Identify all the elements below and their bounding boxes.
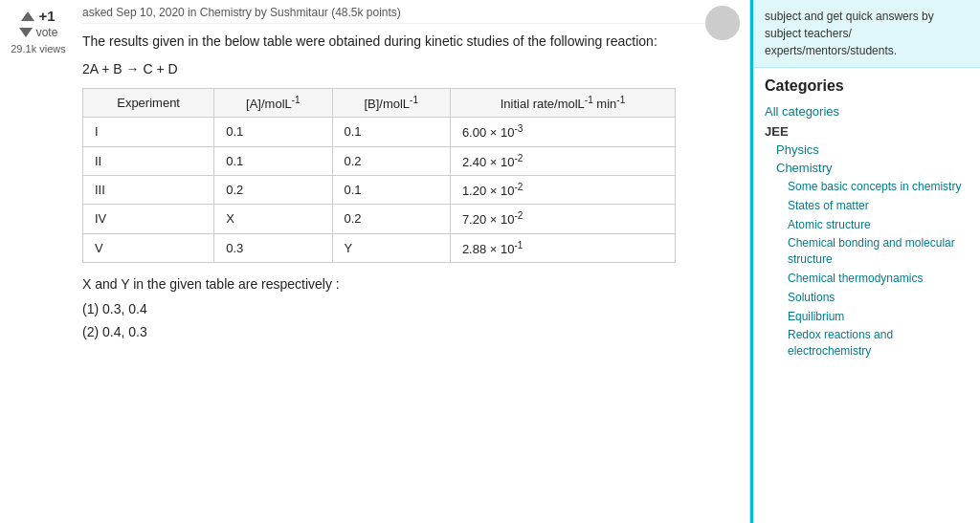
category-item-equilibrium[interactable]: Equilibrium (788, 309, 969, 325)
banner-text: subject and get quick answers by subject… (765, 10, 934, 57)
cell-rate: 6.00 × 10-3 (450, 118, 675, 146)
table-row: I 0.1 0.1 6.00 × 10-3 (83, 118, 676, 146)
categories-section: Categories All categories JEE Physics Ch… (753, 68, 980, 372)
cell-b: Y (332, 233, 450, 262)
question-intro: The results given in the below table wer… (82, 32, 740, 52)
category-subgroup-chemistry[interactable]: Chemistry (776, 161, 969, 175)
cell-exp: V (83, 233, 214, 262)
cell-b: 0.2 (332, 146, 450, 175)
cell-rate: 1.20 × 10-2 (450, 175, 675, 204)
vote-down-button[interactable]: vote (19, 26, 58, 39)
upvote-arrow-icon (21, 11, 34, 21)
cell-a: X (214, 205, 332, 233)
kinetic-table: Experiment [A]/molL-1 [B]/molL-1 Initial… (82, 88, 676, 263)
vote-up-button[interactable]: +1 (21, 8, 55, 24)
cell-a: 0.1 (214, 118, 332, 146)
category-item-states-of-matter[interactable]: States of matter (788, 198, 969, 214)
cell-exp: I (83, 118, 214, 146)
cell-a: 0.1 (214, 146, 332, 175)
category-item-atomic-structure[interactable]: Atomic structure (788, 217, 969, 233)
category-item-basic-concepts[interactable]: Some basic concepts in chemistry (788, 179, 969, 195)
main-content: asked Sep 10, 2020 in Chemistry by Sushm… (77, 0, 750, 523)
cell-rate: 2.40 × 10-2 (450, 146, 675, 175)
all-categories-link[interactable]: All categories (765, 104, 969, 119)
chemical-equation: 2A + B → C + D (82, 61, 740, 76)
question-meta: asked Sep 10, 2020 in Chemistry by Sushm… (82, 6, 740, 24)
right-sidebar: subject and get quick answers by subject… (750, 0, 980, 523)
vote-label: vote (36, 26, 58, 39)
cell-rate: 7.20 × 10-2 (450, 205, 675, 233)
cell-a: 0.3 (214, 233, 332, 262)
cell-exp: II (83, 146, 214, 175)
col-rate: Initial rate/molL-1 min-1 (450, 89, 675, 118)
category-subgroup-physics[interactable]: Physics (776, 142, 969, 157)
table-row: III 0.2 0.1 1.20 × 10-2 (83, 175, 676, 204)
option-2: (2) 0.4, 0.3 (82, 324, 740, 339)
cell-rate: 2.88 × 10-1 (450, 233, 675, 262)
downvote-arrow-icon (19, 28, 33, 37)
sidebar-banner: subject and get quick answers by subject… (753, 0, 980, 68)
col-a: [A]/molL-1 (214, 89, 332, 118)
cell-exp: III (83, 175, 214, 204)
question-bottom-text: X and Y in the given table are respectiv… (82, 276, 740, 292)
category-item-thermodynamics[interactable]: Chemical thermodynamics (788, 271, 969, 287)
cell-exp: IV (83, 205, 214, 233)
cell-a: 0.2 (214, 175, 332, 204)
table-row: V 0.3 Y 2.88 × 10-1 (83, 233, 676, 262)
question-meta-text: asked Sep 10, 2020 in Chemistry by Sushm… (82, 6, 401, 19)
category-item-chemical-bonding[interactable]: Chemical bonding and molecular structure (788, 235, 969, 268)
col-b: [B]/molL-1 (332, 89, 450, 118)
avatar (705, 6, 740, 40)
cell-b: 0.2 (332, 205, 450, 233)
categories-title: Categories (765, 77, 969, 95)
views-count: 29.1k views (11, 43, 65, 54)
cell-b: 0.1 (332, 175, 450, 204)
table-row: IV X 0.2 7.20 × 10-2 (83, 205, 676, 233)
category-item-redox[interactable]: Redox reactions and electrochemistry (788, 327, 969, 360)
vote-panel: +1 vote 29.1k views (0, 0, 77, 523)
table-row: II 0.1 0.2 2.40 × 10-2 (83, 146, 676, 175)
category-group-jee: JEE (765, 124, 969, 139)
category-item-solutions[interactable]: Solutions (788, 290, 969, 306)
option-1: (1) 0.3, 0.4 (82, 301, 740, 316)
vote-count: +1 (38, 8, 55, 24)
cell-b: 0.1 (332, 118, 450, 146)
col-experiment: Experiment (83, 89, 214, 118)
